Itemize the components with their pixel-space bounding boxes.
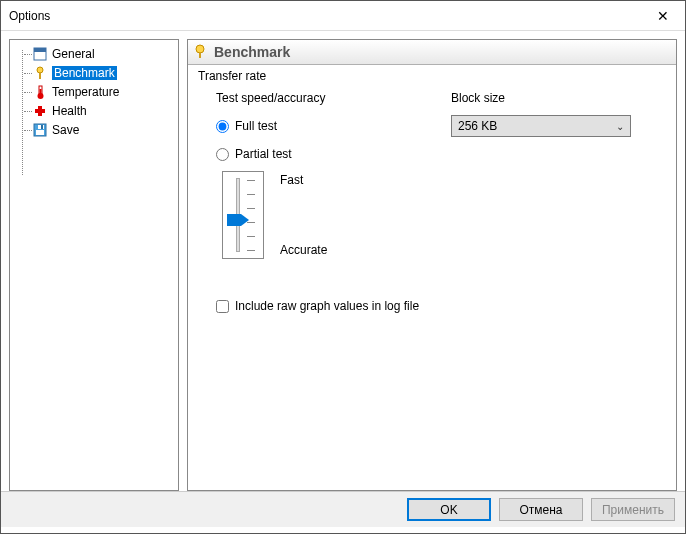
labels-row: Test speed/accuracy Block size (216, 91, 666, 105)
thermometer-icon (32, 84, 48, 100)
accuracy-slider[interactable] (222, 171, 264, 259)
svg-point-13 (196, 45, 204, 53)
button-bar: OK Отмена Применить (1, 491, 685, 527)
content-area: General Benchmark Temperature Health Sav (1, 31, 685, 491)
sidebar: General Benchmark Temperature Health Sav (9, 39, 179, 491)
cancel-button[interactable]: Отмена (499, 498, 583, 521)
test-speed-label: Test speed/accuracy (216, 91, 431, 105)
apply-button[interactable]: Применить (591, 498, 675, 521)
slider-labels: Fast Accurate (280, 171, 327, 259)
controls-row: Full test 256 KB ⌄ (216, 115, 666, 137)
slider-accurate-label: Accurate (280, 243, 327, 257)
radio-full-test[interactable]: Full test (216, 119, 431, 133)
svg-rect-3 (39, 72, 41, 79)
accuracy-slider-block: Fast Accurate (222, 171, 666, 259)
sidebar-item-label: Health (52, 104, 87, 118)
window-title: Options (9, 9, 50, 23)
close-button[interactable]: ✕ (640, 1, 685, 31)
svg-rect-8 (35, 109, 45, 113)
include-raw-label: Include raw graph values in log file (235, 299, 419, 313)
sidebar-item-temperature[interactable]: Temperature (12, 83, 176, 101)
benchmark-bulb-icon (192, 44, 208, 60)
include-raw-checkbox-row[interactable]: Include raw graph values in log file (216, 299, 666, 313)
sidebar-item-label: Temperature (52, 85, 119, 99)
block-size-label: Block size (451, 91, 666, 105)
radio-partial-test-label: Partial test (235, 147, 292, 161)
radio-full-test-label: Full test (235, 119, 277, 133)
svg-rect-10 (36, 130, 44, 135)
sidebar-item-benchmark[interactable]: Benchmark (12, 64, 176, 82)
general-icon (32, 46, 48, 62)
radio-full-test-input[interactable] (216, 120, 229, 133)
ok-button[interactable]: OK (407, 498, 491, 521)
svg-rect-14 (199, 52, 201, 58)
panel-title: Benchmark (214, 44, 290, 60)
sidebar-item-health[interactable]: Health (12, 102, 176, 120)
chevron-down-icon: ⌄ (616, 121, 624, 132)
sidebar-item-label: General (52, 47, 95, 61)
slider-thumb-icon[interactable] (227, 214, 249, 226)
health-icon (32, 103, 48, 119)
block-size-value: 256 KB (458, 119, 497, 133)
slider-fast-label: Fast (280, 173, 327, 187)
group-transfer-rate: Transfer rate (198, 69, 666, 83)
radio-partial-test[interactable]: Partial test (216, 147, 666, 161)
sidebar-item-general[interactable]: General (12, 45, 176, 63)
sidebar-item-label: Save (52, 123, 79, 137)
sidebar-item-save[interactable]: Save (12, 121, 176, 139)
benchmark-icon (32, 65, 48, 81)
sidebar-item-label: Benchmark (52, 66, 117, 80)
main-panel: Benchmark Transfer rate Test speed/accur… (187, 39, 677, 491)
titlebar: Options ✕ (1, 1, 685, 31)
panel-header: Benchmark (188, 40, 676, 65)
svg-rect-1 (34, 48, 46, 52)
include-raw-checkbox[interactable] (216, 300, 229, 313)
close-icon: ✕ (657, 8, 669, 24)
svg-rect-6 (40, 89, 42, 95)
radio-partial-test-input[interactable] (216, 148, 229, 161)
floppy-icon (32, 122, 48, 138)
svg-marker-15 (227, 214, 249, 226)
block-size-combo[interactable]: 256 KB ⌄ (451, 115, 631, 137)
svg-rect-12 (41, 125, 43, 129)
